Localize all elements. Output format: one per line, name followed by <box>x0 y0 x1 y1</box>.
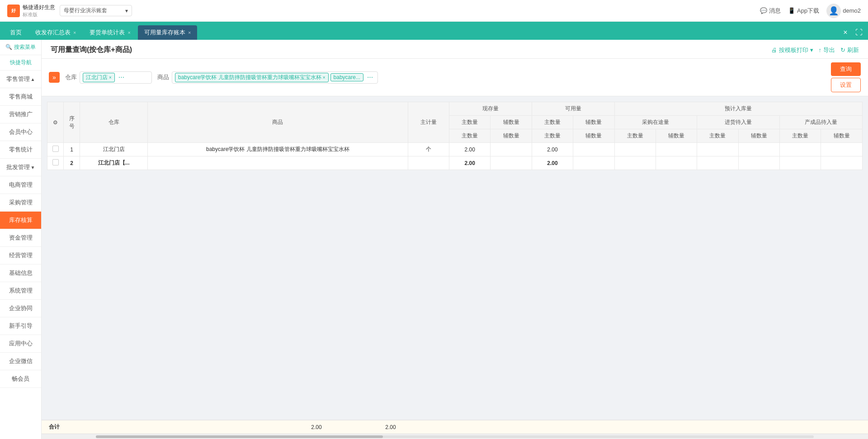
tab-home[interactable]: 首页 <box>4 25 28 40</box>
tab-receive-summary[interactable]: 收发存汇总表 × <box>29 25 82 40</box>
tab-available-stock-close[interactable]: × <box>188 30 191 35</box>
retail-stats-label: 零售统计 <box>9 146 33 153</box>
col-goods-sub-header: 辅数量 <box>738 129 779 143</box>
table-wrapper: ⚙ 序号 仓库 商品 主计量 现存量 可用量 预计入库量 主数量 辅数量 主数量 <box>42 96 868 420</box>
col-warehouse-header: 仓库 <box>80 102 148 143</box>
content-area: 可用量查询(按仓库+商品) 🖨 按模板打印 ▾ ↑ 导出 ↻ 刷新 » <box>42 40 868 439</box>
product-tag-1[interactable]: babycare学饮杯 儿童防摔防撞吸管杯重力球吸嘴杯宝宝水杯 × <box>175 73 329 82</box>
row1-no: 1 <box>64 143 80 156</box>
table-row[interactable]: 1 江北门店 babycare学饮杯 儿童防摔防撞吸管杯重力球吸嘴杯宝宝水杯 个… <box>47 143 863 156</box>
checkbox-icon[interactable] <box>52 146 59 152</box>
sidebar-item-enterprise[interactable]: 企业协同 <box>0 300 41 317</box>
refresh-btn[interactable]: ↻ 刷新 <box>840 46 859 54</box>
close-window-icon[interactable]: × <box>840 27 851 38</box>
tab-order-stats[interactable]: 要货单统计表 × <box>83 25 137 40</box>
col-stock-sub-header: 辅数量 <box>491 116 532 129</box>
row2-unit <box>408 156 449 170</box>
logo-icon: 好 <box>7 5 20 17</box>
col-prod-pend-group-header: 产成品待入量 <box>780 116 863 129</box>
sidebar-item-retail-stats[interactable]: 零售统计 <box>0 141 41 159</box>
col-stock-main-header: 主数量 <box>449 116 490 129</box>
sidebar-item-operations[interactable]: 经营管理 <box>0 247 41 264</box>
sidebar-item-quick-nav[interactable]: 快捷导航 <box>0 55 41 71</box>
industry-selector[interactable]: 母婴行业演示账套 ▾ <box>60 5 132 16</box>
product-tag-1-close[interactable]: × <box>323 75 326 80</box>
col-avail-sub2-header: 辅数量 <box>573 129 614 143</box>
tab-receive-summary-close[interactable]: × <box>73 30 76 35</box>
user-action[interactable]: 👤 demo2 <box>826 4 861 18</box>
row2-product <box>148 156 408 170</box>
system-label: 系统管理 <box>9 287 33 294</box>
page-header-actions: 🖨 按模板打印 ▾ ↑ 导出 ↻ 刷新 <box>771 46 859 54</box>
member-label: 会员中心 <box>9 128 33 135</box>
sidebar-item-finance[interactable]: 资金管理 <box>0 229 41 247</box>
col-stock-main2-header: 主数量 <box>449 129 490 143</box>
scrollbar-thumb[interactable] <box>96 435 383 438</box>
col-prod-sub-header: 辅数量 <box>821 129 863 143</box>
footer-label: 合计 <box>45 423 63 431</box>
sidebar-search[interactable]: 🔍 搜索菜单 <box>0 40 41 55</box>
bottom-scrollbar[interactable] <box>42 434 868 439</box>
table-row[interactable]: 2 江北门店【... 2.00 2.00 <box>47 156 863 170</box>
row2-pur-main <box>614 156 656 170</box>
col-forecast-group-header: 预计入库量 <box>614 102 863 116</box>
query-button[interactable]: 查询 <box>831 62 861 76</box>
product-more-btn[interactable]: ··· <box>365 73 375 81</box>
col-gear-header[interactable]: ⚙ <box>47 102 64 143</box>
sidebar-item-purchase[interactable]: 采购管理 <box>0 194 41 212</box>
tab-order-stats-close[interactable]: × <box>127 30 130 35</box>
quick-nav-label: 快捷导航 <box>10 59 32 66</box>
enterprise-label: 企业协同 <box>9 305 33 312</box>
message-action[interactable]: 💬 消息 <box>760 7 781 15</box>
sidebar-item-retail-mall[interactable]: 零售商城 <box>0 88 41 106</box>
sidebar-item-ecommerce[interactable]: 电商管理 <box>0 176 41 194</box>
filter-expand-button[interactable]: » <box>49 72 60 83</box>
row2-prod-sub <box>821 156 863 170</box>
vip-label: 畅会员 <box>12 375 29 382</box>
col-pur-sub-header: 辅数量 <box>656 129 697 143</box>
sidebar-item-system[interactable]: 系统管理 <box>0 282 41 300</box>
table-footer: 合计 2.00 2.00 <box>42 420 868 434</box>
retail-arrow: ▲ <box>31 77 35 82</box>
row1-check[interactable] <box>47 143 64 156</box>
row1-goods-main <box>697 143 738 156</box>
tab-receive-summary-label: 收发存汇总表 <box>35 28 71 37</box>
search-icon: 🔍 <box>5 44 12 50</box>
industry-label: 母婴行业演示账套 <box>64 7 107 14</box>
row2-goods-sub <box>738 156 779 170</box>
logo-info: 畅捷通好生意 标准版 <box>23 4 55 18</box>
warehouse-tag[interactable]: 江北门店 × <box>83 73 115 82</box>
tab-available-stock[interactable]: 可用量库存账本 × <box>138 25 197 40</box>
warehouse-more-btn[interactable]: ··· <box>117 73 126 81</box>
settings-button[interactable]: 设置 <box>831 78 861 92</box>
ecommerce-label: 电商管理 <box>9 181 33 188</box>
main-layout: 🔍 搜索菜单 快捷导航 零售管理 ▲ 零售商城 营销推广 会员中心 零售统计 批… <box>0 40 868 439</box>
warehouse-tag-close[interactable]: × <box>109 75 112 80</box>
sidebar-item-newbie[interactable]: 新手引导 <box>0 317 41 335</box>
product-tag-input[interactable]: babycare学饮杯 儿童防摔防撞吸管杯重力球吸嘴杯宝宝水杯 × babyca… <box>172 71 378 84</box>
col-unit-header: 主计量 <box>408 102 449 143</box>
template-print-btn[interactable]: 🖨 按模板打印 ▾ <box>771 46 813 54</box>
sidebar-item-inventory[interactable]: 库存核算 <box>0 212 41 229</box>
sidebar-item-vip[interactable]: 畅会员 <box>0 370 41 388</box>
warehouse-tag-input[interactable]: 江北门店 × ··· <box>80 71 152 84</box>
maximize-icon[interactable]: ⛶ <box>854 27 864 38</box>
row1-pur-main <box>614 143 656 156</box>
checkbox-icon[interactable] <box>52 159 59 165</box>
sidebar-item-app-center[interactable]: 应用中心 <box>0 335 41 353</box>
top-bar-right: 💬 消息 📱 App下载 👤 demo2 <box>760 4 861 18</box>
app-download-action[interactable]: 📱 App下载 <box>788 7 819 15</box>
sidebar-item-member[interactable]: 会员中心 <box>0 123 41 141</box>
page-title: 可用量查询(按仓库+商品) <box>51 45 132 55</box>
scrollbar-track[interactable] <box>96 435 814 438</box>
sidebar-item-wholesale[interactable]: 批发管理 ▼ <box>0 159 41 176</box>
sidebar-item-basic[interactable]: 基础信息 <box>0 264 41 282</box>
nav-tabs-bar: 首页 收发存汇总表 × 要货单统计表 × 可用量库存账本 × × ⛶ <box>0 22 868 40</box>
app-center-label: 应用中心 <box>9 340 33 347</box>
product-tag-2[interactable]: babycare... <box>330 73 363 81</box>
export-btn[interactable]: ↑ 导出 <box>819 46 835 54</box>
sidebar-item-wechat[interactable]: 企业微信 <box>0 353 41 370</box>
row2-check[interactable] <box>47 156 64 170</box>
sidebar-item-retail[interactable]: 零售管理 ▲ <box>0 71 41 88</box>
sidebar-item-marketing[interactable]: 营销推广 <box>0 106 41 123</box>
